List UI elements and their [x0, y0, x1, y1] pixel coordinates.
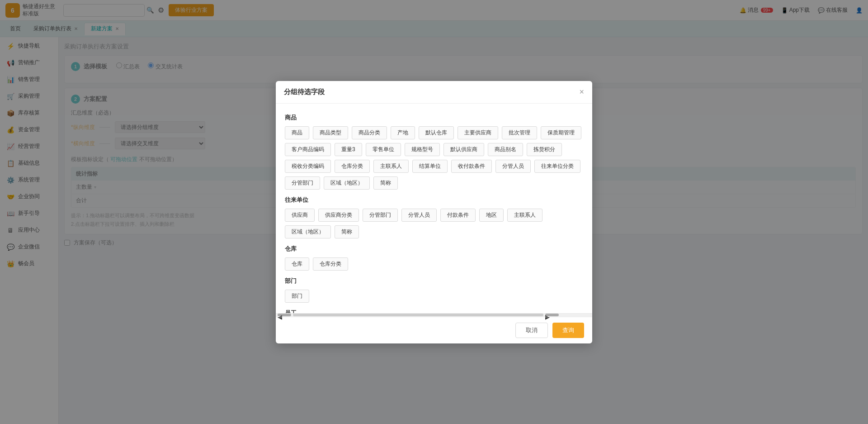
field-tag[interactable]: 仓库分类 [335, 160, 370, 173]
field-tag[interactable]: 分管部门 [285, 176, 320, 190]
field-tag[interactable]: 分管人员 [495, 160, 531, 173]
field-tag[interactable]: 商品 [285, 126, 309, 139]
group-title-employee: 员工 [285, 309, 583, 313]
modal-title: 分组待选字段 [284, 88, 325, 96]
field-tag[interactable]: 主联系人 [507, 209, 542, 222]
field-tag[interactable]: 商品别名 [488, 143, 523, 156]
group-title-product: 商品 [285, 114, 583, 122]
hscroll-thumb[interactable] [293, 314, 543, 316]
field-tag[interactable]: 仓库分类 [313, 257, 348, 271]
group-fields-product: 商品 商品类型 商品分类 产地 默认仓库 主要供应商 批次管理 保质期管理 客户… [285, 126, 583, 190]
field-tag[interactable]: 供应商分类 [318, 209, 359, 222]
field-tag[interactable]: 仓库 [285, 257, 309, 271]
modal-horizontal-scrollbar[interactable]: ◀ ▶ [276, 313, 592, 317]
field-tag[interactable]: 供应商 [285, 209, 315, 222]
field-tag[interactable]: 部门 [285, 290, 309, 303]
field-tag[interactable]: 默认供应商 [443, 143, 484, 156]
field-tag[interactable]: 商品分类 [352, 126, 387, 139]
field-tag[interactable]: 保质期管理 [541, 126, 581, 139]
field-selection-modal: 分组待选字段 × 商品 商品 商品类型 商品分类 产地 默认仓库 主要供应商 批… [276, 81, 592, 343]
field-tag[interactable]: 结算单位 [412, 160, 448, 173]
field-tag[interactable]: 产地 [391, 126, 415, 139]
field-tag[interactable]: 区域（地区） [324, 176, 370, 190]
field-tag[interactable]: 商品类型 [313, 126, 348, 139]
field-tag[interactable]: 规格型号 [405, 143, 440, 156]
field-tag[interactable]: 默认仓库 [419, 126, 454, 139]
field-tag[interactable]: 分管人员 [401, 209, 437, 222]
field-tag[interactable]: 税收分类编码 [285, 160, 331, 173]
group-title-department: 部门 [285, 277, 583, 285]
field-tag[interactable]: 往来单位分类 [534, 160, 580, 173]
group-title-warehouse: 仓库 [285, 245, 583, 253]
modal-header: 分组待选字段 × [276, 81, 592, 104]
field-tag[interactable]: 区域（地区） [285, 225, 331, 238]
field-tag[interactable]: 主联系人 [373, 160, 409, 173]
field-tag[interactable]: 付款条件 [440, 209, 476, 222]
field-tag[interactable]: 简称 [335, 225, 359, 238]
hscroll-right-arrow[interactable]: ▶ [545, 314, 559, 316]
modal-footer: 取消 查询 [276, 317, 592, 343]
field-tag[interactable]: 拣货积分 [527, 143, 562, 156]
field-tag[interactable]: 零售单位 [366, 143, 401, 156]
field-tag[interactable]: 主要供应商 [458, 126, 498, 139]
field-tag[interactable]: 简称 [373, 176, 398, 190]
field-tag[interactable]: 批次管理 [502, 126, 537, 139]
field-tag[interactable]: 重量3 [335, 143, 362, 156]
field-tag[interactable]: 地区 [479, 209, 504, 222]
hscroll-left-arrow[interactable]: ◀ [278, 314, 291, 316]
group-title-partner: 往来单位 [285, 196, 583, 204]
modal-close-button[interactable]: × [579, 87, 584, 97]
field-tag[interactable]: 收付款条件 [451, 160, 492, 173]
field-tag[interactable]: 分管部门 [363, 209, 398, 222]
group-fields-partner: 供应商 供应商分类 分管部门 分管人员 付款条件 地区 主联系人 区域（地区） … [285, 209, 583, 238]
cancel-button[interactable]: 取消 [515, 323, 548, 338]
modal-overlay: 分组待选字段 × 商品 商品 商品类型 商品分类 产地 默认仓库 主要供应商 批… [0, 0, 868, 424]
group-fields-department: 部门 [285, 290, 583, 303]
group-fields-warehouse: 仓库 仓库分类 [285, 257, 583, 271]
modal-body[interactable]: 商品 商品 商品类型 商品分类 产地 默认仓库 主要供应商 批次管理 保质期管理… [276, 104, 592, 313]
confirm-button[interactable]: 查询 [552, 323, 584, 338]
field-tag[interactable]: 客户商品编码 [285, 143, 331, 156]
